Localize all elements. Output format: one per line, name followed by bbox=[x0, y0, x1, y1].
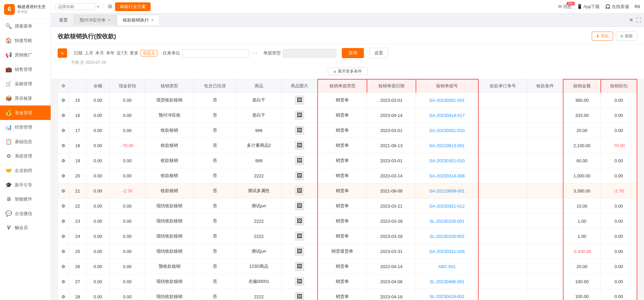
row-include-settled: 否 bbox=[194, 199, 236, 214]
voucher-no-link[interactable]: SA-20230314-008 bbox=[429, 173, 465, 178]
row-collection-terms bbox=[527, 214, 563, 229]
refresh-icon: ↻ bbox=[620, 34, 624, 39]
sidebar-item-corp[interactable]: 🤝 企业协同 bbox=[0, 163, 51, 178]
row-verify-amount: 20.00 bbox=[563, 123, 601, 138]
row-gear[interactable]: ⚙ bbox=[58, 183, 69, 199]
row-include-settled: 否 bbox=[194, 93, 236, 108]
voucher-no-link[interactable]: SA-20230414-017 bbox=[429, 113, 465, 118]
row-verify-discount: 0.00 bbox=[601, 93, 637, 108]
row-gear[interactable]: ⚙ bbox=[58, 168, 69, 183]
row-gear[interactable]: ⚙ bbox=[58, 214, 69, 229]
row-gear[interactable]: ⚙ bbox=[58, 138, 69, 153]
sidebar-item-inventory[interactable]: 📦 库存核算 bbox=[0, 91, 51, 105]
date-more[interactable]: 更多 bbox=[130, 50, 139, 56]
partner-input[interactable] bbox=[182, 49, 249, 57]
row-collection-order-no bbox=[478, 153, 527, 168]
sidebar-item-smart[interactable]: 🖥 智能硬件 bbox=[0, 192, 51, 206]
row-collection-terms bbox=[527, 168, 563, 183]
date-this-month[interactable]: 本月 bbox=[95, 50, 104, 56]
row-gear[interactable]: ⚙ bbox=[58, 93, 69, 108]
date-custom[interactable]: 自定义 bbox=[141, 50, 157, 56]
tab-collection[interactable]: 收款核销执行 ✕ bbox=[117, 15, 160, 25]
row-product-image: 🖼 bbox=[282, 259, 318, 274]
row-verify-voucher-date: 2023-03-01 bbox=[367, 123, 416, 138]
sidebar-item-basic[interactable]: 📋 基础信息 bbox=[0, 134, 51, 149]
voucher-no-link[interactable]: SL-20230328-001 bbox=[430, 219, 465, 224]
row-product-image: 🖼 bbox=[282, 93, 318, 108]
setting-button[interactable]: 设置 bbox=[369, 48, 388, 58]
row-verify-type: 收款核销 bbox=[145, 168, 194, 183]
close-all-tabs-icon[interactable]: ✕ bbox=[629, 17, 633, 23]
row-balance: 0.00 bbox=[86, 274, 109, 289]
row-product: 999 bbox=[236, 123, 282, 138]
row-verify-voucher-type: 销货单 bbox=[318, 123, 367, 138]
partner-more-icon[interactable]: ··· bbox=[251, 50, 258, 56]
date-this-year[interactable]: 本年 bbox=[106, 50, 115, 56]
table-row: ⚙ 16 0.00 0.00 预付冲应收 否 老白干 🖼 销货单 2023-04… bbox=[58, 108, 637, 123]
voucher-type-select[interactable] bbox=[283, 49, 336, 57]
voucher-no-link[interactable]: SA-20230301-001 bbox=[429, 98, 465, 103]
row-gear[interactable]: ⚙ bbox=[58, 199, 69, 214]
close-collection-tab-icon[interactable]: ✕ bbox=[151, 18, 154, 23]
voucher-no-link[interactable]: SA-20230331-026 bbox=[429, 249, 465, 254]
sidebar-item-purchase[interactable]: 🛒 采购管理 bbox=[0, 77, 51, 91]
date-7days[interactable]: 近7天 bbox=[117, 50, 128, 56]
sidebar-item-sales[interactable]: 💼 销售管理 bbox=[0, 62, 51, 77]
query-button[interactable]: 查询 bbox=[342, 48, 364, 58]
voucher-no-link[interactable]: SL-20230328-002 bbox=[430, 234, 465, 239]
sidebar-item-finance[interactable]: 💰 资金管理 bbox=[0, 105, 51, 120]
voucher-no-link[interactable]: SL-20230408-001 bbox=[430, 279, 465, 284]
voucher-no-link[interactable]: SA-20230301-010 bbox=[429, 128, 465, 133]
online-service-button[interactable]: 🎧 在线客服 bbox=[605, 4, 629, 10]
refresh-button[interactable]: ↻ 刷新 bbox=[616, 32, 637, 41]
th-settings[interactable]: ⚙ bbox=[58, 79, 69, 93]
row-verify-amount: 60.00 bbox=[563, 153, 601, 168]
expand-filter-button[interactable]: ∨ 展开更多条件 bbox=[328, 68, 368, 75]
row-gear[interactable]: ⚙ bbox=[58, 289, 69, 300]
voucher-no-link[interactable]: SA-20210813-001 bbox=[429, 143, 465, 148]
row-product-image: 🖼 bbox=[282, 183, 318, 199]
row-product: 2222 bbox=[236, 214, 282, 229]
row-gear[interactable]: ⚙ bbox=[58, 244, 69, 259]
voucher-no-link[interactable]: ABC-001 bbox=[438, 264, 456, 269]
wechat-icon: 💬 bbox=[5, 210, 12, 217]
page-title: 收款核销执行(按收款) bbox=[58, 32, 116, 40]
sidebar-item-quick-nav[interactable]: 🏠 快捷导航 bbox=[0, 33, 51, 48]
row-gear[interactable]: ⚙ bbox=[58, 153, 69, 168]
row-gear[interactable]: ⚙ bbox=[58, 259, 69, 274]
sidebar-item-wechat[interactable]: 💬 企业微信 bbox=[0, 206, 51, 221]
sidebar-item-marketing[interactable]: 📢 营销推广 bbox=[0, 48, 51, 62]
sidebar-item-guide[interactable]: 🎓 新手引导 bbox=[0, 178, 51, 192]
sidebar-item-search[interactable]: 🔍 搜索菜单 bbox=[0, 19, 51, 33]
message-button[interactable]: ✉ 消息 99+ bbox=[558, 4, 572, 10]
settings-icon[interactable]: ⚙ bbox=[108, 3, 112, 10]
voucher-no-link[interactable]: SL-20230418-001 bbox=[430, 294, 465, 299]
filter-toggle-button[interactable]: » bbox=[58, 48, 67, 58]
row-verify-voucher-date: 2023-04-08 bbox=[367, 274, 416, 289]
sidebar-item-member[interactable]: V 畅会员 bbox=[0, 221, 51, 235]
brand-input[interactable] bbox=[55, 3, 95, 10]
export-button[interactable]: ⬆ 导出 bbox=[592, 32, 613, 41]
maximize-icon[interactable]: ⛶ bbox=[636, 17, 641, 23]
voucher-no-link[interactable]: SA-20210808-001 bbox=[429, 188, 465, 194]
row-gear[interactable]: ⚙ bbox=[58, 108, 69, 123]
close-prepay-tab-icon[interactable]: ✕ bbox=[108, 18, 111, 23]
sidebar-item-operations[interactable]: 📊 经营管理 bbox=[0, 120, 51, 134]
tab-home[interactable]: 首页 bbox=[54, 15, 73, 25]
row-gear[interactable]: ⚙ bbox=[58, 123, 69, 138]
solution-button[interactable]: 体验行业方案 bbox=[115, 2, 151, 11]
row-gear[interactable]: ⚙ bbox=[58, 274, 69, 289]
app-download-button[interactable]: 📱 App下载 bbox=[577, 4, 600, 10]
row-gear[interactable]: ⚙ bbox=[58, 229, 69, 244]
row-verify-amount: 100.00 bbox=[563, 274, 601, 289]
tab-prepay[interactable]: 预付冲应付单 ✕ bbox=[74, 15, 116, 25]
row-verify-voucher-no: ABC-001 bbox=[416, 259, 478, 274]
row-verify-type: 现结收款核销 bbox=[145, 274, 194, 289]
date-last-month[interactable]: 上月 bbox=[85, 50, 93, 56]
row-collection-order-no bbox=[478, 108, 527, 123]
sidebar-item-system[interactable]: ⚙ 系统管理 bbox=[0, 149, 51, 163]
row-include-settled: 否 bbox=[194, 183, 236, 199]
tab-home-label: 首页 bbox=[59, 17, 68, 23]
voucher-no-link[interactable]: SA-20230321-012 bbox=[429, 204, 465, 209]
voucher-no-link[interactable]: SA-20230301-010 bbox=[429, 158, 465, 163]
